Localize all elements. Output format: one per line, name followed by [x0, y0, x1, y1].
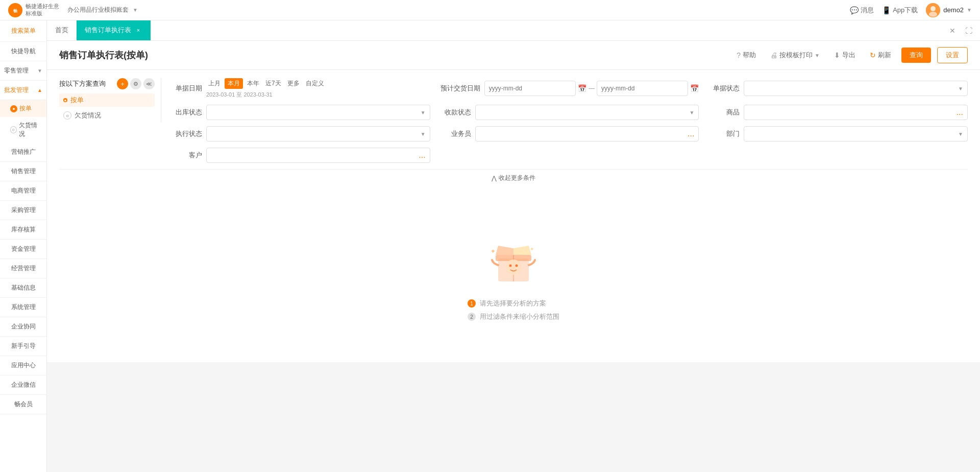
collapse-bar[interactable]: ⋀ 收起更多条件 — [59, 169, 968, 186]
goods-input[interactable]: ... — [744, 105, 968, 120]
receipt-status-dropdown-icon: ▼ — [689, 110, 694, 115]
out-status-select[interactable]: ▼ — [206, 105, 430, 120]
tab-sales-order[interactable]: 销售订单执行表 × — [77, 20, 151, 40]
customer-dots-icon[interactable]: ... — [419, 151, 425, 160]
salesperson-input[interactable]: ... — [475, 126, 699, 141]
empty-tip-2: 2 用过滤条件来缩小分析范围 — [468, 312, 559, 321]
svg-text:畅: 畅 — [13, 9, 17, 13]
plan-settings-btn[interactable]: ⚙ — [130, 78, 141, 89]
export-btn[interactable]: ⬇ 导出 — [830, 49, 860, 62]
svg-text:✦: ✦ — [491, 248, 496, 255]
date-tab-this-year[interactable]: 本年 — [245, 78, 261, 89]
empty-tips: 1 请先选择要分析的方案 2 用过滤条件来缩小分析范围 — [468, 299, 559, 321]
sidebar-item-wechat[interactable]: 企业微信 — [0, 375, 46, 395]
debt-icon: ○ — [10, 126, 17, 133]
filter-left-section: 按以下方案查询 + ⚙ ≪ — [59, 78, 161, 122]
page-title: 销售订单执行表(按单) — [59, 49, 148, 67]
sidebar-item-marketing[interactable]: 营销推广 — [0, 143, 46, 162]
plan-item-by-order[interactable]: ● 按单 — [59, 93, 155, 107]
sidebar-item-retail[interactable]: 零售管理 ▼ — [0, 61, 46, 81]
add-plan-btn[interactable]: + — [117, 78, 128, 89]
tab-bar-right: ✕ ⛶ — [947, 20, 980, 40]
message-btn[interactable]: 💬 消息 — [850, 6, 874, 15]
department-dropdown-icon: ▼ — [958, 131, 963, 137]
expected-date-start-input[interactable] — [484, 81, 576, 96]
template-print-btn[interactable]: 🖨 按模板打印 ▼ — [766, 49, 824, 62]
sidebar-item-enterprise[interactable]: 企业协同 — [0, 317, 46, 337]
calendar-icon-end[interactable]: 📅 — [690, 84, 699, 92]
filter-salesperson: 业务员 ... — [440, 126, 699, 141]
sidebar-sub-item-debt[interactable]: ○ 欠货情况 — [0, 117, 46, 143]
svg-point-9 — [509, 265, 512, 267]
query-btn[interactable]: 查询 — [901, 48, 931, 63]
sidebar-item-app-center[interactable]: 应用中心 — [0, 356, 46, 375]
svg-point-4 — [929, 12, 937, 17]
date-tab-more[interactable]: 更多 — [285, 78, 302, 89]
filter-department: 部门 ▼ — [709, 126, 968, 141]
sidebar-item-ecommerce[interactable]: 电商管理 — [0, 181, 46, 201]
svg-text:✦: ✦ — [530, 246, 534, 252]
sidebar-item-basic-info[interactable]: 基础信息 — [0, 278, 46, 298]
sidebar-sub-item-by-order[interactable]: ● 按单 — [0, 100, 46, 117]
tip-num-2: 2 — [468, 313, 476, 321]
sidebar-item-member[interactable]: 畅会员 — [0, 395, 46, 414]
sidebar-item-sales-mgmt[interactable]: 销售管理 — [0, 162, 46, 181]
sidebar-item-business-mgmt[interactable]: 经营管理 — [0, 259, 46, 278]
tab-home[interactable]: 首页 — [47, 20, 77, 40]
print-icon: 🖨 — [770, 51, 777, 59]
date-tab-this-month[interactable]: 本月 — [225, 78, 243, 89]
wholesale-collapse-icon: ▲ — [37, 87, 42, 93]
left-collapse-icon: ≪ — [146, 81, 152, 87]
exec-status-dropdown-icon: ▼ — [421, 131, 426, 137]
doc-status-select[interactable]: ▼ — [744, 81, 968, 96]
tab-minimize-icon[interactable]: ✕ — [947, 26, 958, 36]
help-btn[interactable]: ? 帮助 — [732, 49, 760, 62]
plan-item-debt[interactable]: ○ 欠货情况 — [59, 109, 155, 122]
user-name: demo2 — [943, 6, 964, 14]
sidebar-item-search-menu[interactable]: 搜索菜单 — [0, 20, 46, 42]
app-download-btn[interactable]: 📱 App下载 — [882, 6, 918, 15]
date-range-text: 2023-03-01 至 2023-03-31 — [206, 91, 430, 99]
empty-illustration: ✦ ✦ — [488, 235, 539, 287]
sidebar: 搜索菜单 快捷导航 零售管理 ▼ 批发管理 ▲ ● 按单 ○ 欠货情况 营销推广… — [0, 20, 47, 472]
sidebar-item-quick-nav[interactable]: 快捷导航 — [0, 42, 46, 61]
breadcrumb-expand-icon[interactable]: ▼ — [133, 7, 138, 13]
left-collapse-btn[interactable]: ≪ — [143, 78, 155, 89]
main-layout: 搜索菜单 快捷导航 零售管理 ▼ 批发管理 ▲ ● 按单 ○ 欠货情况 营销推广… — [0, 20, 980, 472]
refresh-btn[interactable]: ↻ 刷新 — [866, 49, 895, 62]
user-profile[interactable]: demo2 ▼ — [926, 3, 972, 17]
sidebar-item-stock[interactable]: 库存核算 — [0, 220, 46, 240]
doc-status-dropdown-icon: ▼ — [958, 86, 963, 91]
receipt-status-select[interactable]: ▼ — [475, 105, 699, 120]
content-area: 首页 销售订单执行表 × ✕ ⛶ 销售订单执行表(按单) ? 帮助 — [47, 20, 980, 472]
export-icon: ⬇ — [834, 51, 840, 59]
sidebar-item-wholesale[interactable]: 批发管理 ▲ — [0, 81, 46, 100]
date-tabs: 上月 本月 本年 近7天 更多 自定义 — [206, 78, 430, 89]
header-left: 畅 畅捷通好生意 标准版 办公用品行业模拟账套 ▼ — [8, 3, 138, 17]
sidebar-item-system[interactable]: 系统管理 — [0, 298, 46, 317]
settings-btn[interactable]: 设置 — [937, 47, 968, 63]
retail-collapse-icon: ▼ — [37, 68, 42, 74]
date-range-inputs: 📅 — 📅 — [484, 81, 699, 96]
svg-point-10 — [516, 265, 518, 267]
filter-customer: 客户 ... — [172, 148, 430, 163]
tab-close-icon[interactable]: × — [134, 26, 142, 34]
calendar-icon-start[interactable]: 📅 — [578, 84, 586, 92]
sidebar-item-purchase[interactable]: 采购管理 — [0, 201, 46, 220]
goods-dots-icon[interactable]: ... — [957, 108, 963, 117]
date-tab-7days[interactable]: 近7天 — [263, 78, 283, 89]
sidebar-item-finance[interactable]: 资金管理 — [0, 240, 46, 259]
salesperson-dots-icon[interactable]: ... — [688, 129, 694, 138]
out-status-dropdown-icon: ▼ — [421, 110, 426, 115]
date-tab-last-month[interactable]: 上月 — [206, 78, 223, 89]
filter-exec-status: 执行状态 ▼ — [172, 126, 430, 141]
date-tab-custom[interactable]: 自定义 — [304, 78, 326, 89]
customer-input[interactable]: ... — [206, 148, 430, 163]
sidebar-item-tutorial[interactable]: 新手引导 — [0, 337, 46, 356]
tab-expand-icon[interactable]: ⛶ — [964, 26, 974, 36]
empty-tip-1: 1 请先选择要分析的方案 — [468, 299, 559, 308]
filter-main: 单据日期 上月 本月 本年 近7天 更多 自定义 — [172, 78, 968, 163]
department-select[interactable]: ▼ — [744, 126, 968, 141]
exec-status-select[interactable]: ▼ — [206, 126, 430, 141]
expected-date-end-input[interactable] — [597, 81, 688, 96]
